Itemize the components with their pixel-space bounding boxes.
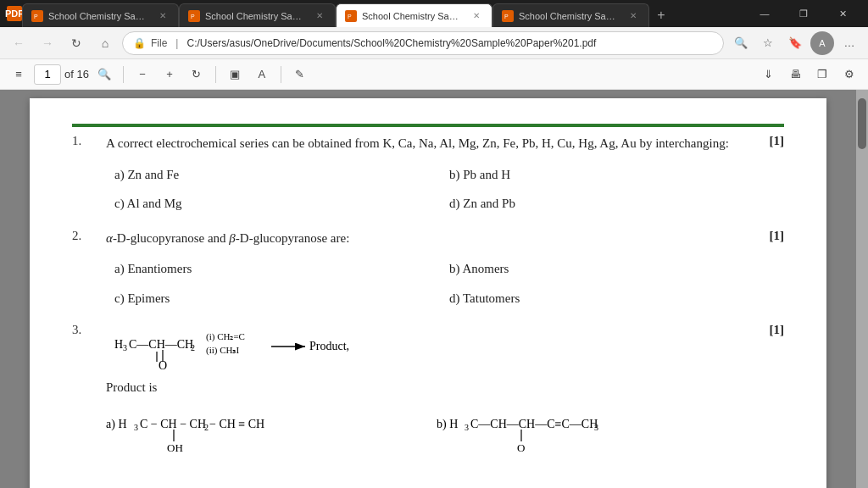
page-view-btn[interactable]: ▣: [223, 63, 247, 86]
minimize-button[interactable]: —: [746, 2, 783, 25]
question-1: 1. A correct electrochemical series can …: [72, 134, 784, 214]
tab-3-title: School Chemistry Sample Paper: [362, 11, 465, 21]
svg-text:− CH ≡ CH: − CH ≡ CH: [209, 418, 264, 430]
q3-number: 3.: [72, 323, 97, 337]
address-text: C:/Users/asus/OneDrive/Documents/School%…: [186, 37, 713, 49]
separator-2: [215, 66, 216, 83]
q2-option-d: d) Tatutomers: [449, 289, 750, 308]
tab-1-title: School Chemistry Sample Paper: [48, 11, 151, 21]
q3-marks: [1]: [759, 323, 784, 337]
svg-text:3: 3: [134, 423, 138, 432]
star-btn[interactable]: ☆: [756, 31, 780, 55]
tab-1-favicon: P: [31, 10, 43, 22]
svg-text:O: O: [517, 441, 525, 454]
svg-text:OH: OH: [167, 441, 183, 454]
tab-1[interactable]: P School Chemistry Sample Paper ✕: [22, 3, 179, 27]
q2-content: α-D-glucopyranose and β-D-glucopyranose …: [106, 229, 750, 308]
tab-4[interactable]: P School Chemistry Sample Paper ✕: [492, 3, 649, 27]
tab-2-favicon: P: [188, 10, 200, 22]
q2-number: 2.: [72, 229, 97, 308]
address-separator: |: [175, 37, 178, 49]
question-3: 3. H 3 C—CH—CH 2 O (i) CH₂=C: [72, 323, 784, 465]
svg-text:2: 2: [191, 343, 195, 352]
home-button[interactable]: ⌂: [93, 31, 117, 55]
svg-text:H: H: [114, 338, 123, 351]
svg-text:b) H: b) H: [437, 418, 458, 431]
window-controls: — ❐ ✕: [746, 2, 861, 25]
q2-text: α-D-glucopyranose and β-D-glucopyranose …: [106, 231, 349, 245]
svg-text:3: 3: [465, 423, 469, 432]
q1-option-b: b) Pb and H: [449, 165, 750, 185]
svg-text:C − CH − CH: C − CH − CH: [140, 418, 206, 430]
svg-text:a) H: a) H: [106, 418, 127, 431]
svg-text:2: 2: [204, 423, 209, 432]
scrollbar-thumb[interactable]: [858, 98, 866, 149]
forward-button[interactable]: →: [36, 31, 59, 55]
tabs-container: P School Chemistry Sample Paper ✕ P Scho…: [22, 0, 746, 27]
q1-option-a: a) Zn and Fe: [114, 165, 415, 185]
address-input[interactable]: 🔒 File | C:/Users/asus/OneDrive/Document…: [122, 31, 724, 55]
svg-text:O: O: [159, 359, 167, 369]
text-btn[interactable]: A: [250, 63, 274, 86]
pdf-container: 1. A correct electrochemical series can …: [0, 90, 868, 488]
address-actions: 🔍 ☆ 🔖 A …: [729, 31, 861, 55]
search-address-btn[interactable]: 🔍: [729, 31, 753, 55]
separator-1: [123, 66, 124, 83]
tab-3-active[interactable]: P School Chemistry Sample Paper ✕: [336, 3, 492, 27]
new-tab-button[interactable]: +: [649, 3, 673, 27]
svg-text:3: 3: [123, 343, 127, 352]
tab-3-close[interactable]: ✕: [470, 9, 483, 23]
page-info: of 16 🔍: [34, 63, 116, 86]
page-number-input[interactable]: [34, 64, 61, 85]
title-bar: PDF P School Chemistry Sample Paper ✕ P …: [0, 0, 868, 27]
pdf-toolbar: ≡ of 16 🔍 − + ↻ ▣ A ✎ ⇓ 🖶 ❐ ⚙: [0, 59, 868, 90]
address-bar: ← → ↻ ⌂ 🔒 File | C:/Users/asus/OneDrive/…: [0, 27, 868, 59]
back-button[interactable]: ←: [7, 31, 31, 55]
settings-btn[interactable]: ⚙: [837, 63, 861, 86]
svg-text:Product,: Product,: [309, 340, 349, 352]
restore-button[interactable]: ❐: [785, 2, 822, 25]
close-button[interactable]: ✕: [824, 2, 861, 25]
tab-4-title: School Chemistry Sample Paper: [519, 11, 621, 21]
pdf-page: 1. A correct electrochemical series can …: [30, 98, 826, 488]
rotate-btn[interactable]: ↻: [185, 63, 209, 86]
sidebar-toggle-button[interactable]: ≡: [7, 63, 31, 86]
tab-save-btn[interactable]: 🔖: [783, 31, 807, 55]
search-pdf-button[interactable]: 🔍: [92, 63, 116, 86]
tab-4-close[interactable]: ✕: [626, 9, 640, 23]
tab-4-favicon: P: [502, 10, 514, 22]
q1-options: a) Zn and Fe b) Pb and H c) Al and Mg d)…: [114, 165, 750, 214]
q1-content: A correct electrochemical series can be …: [106, 134, 750, 214]
tab-2-close[interactable]: ✕: [313, 9, 326, 23]
file-label: File: [151, 37, 167, 49]
print-btn[interactable]: 🖶: [783, 63, 807, 86]
svg-text:P: P: [191, 14, 195, 19]
profile-button[interactable]: A: [810, 31, 834, 55]
fullscreen-btn[interactable]: ❐: [810, 63, 834, 86]
download-btn[interactable]: ⇓: [756, 63, 780, 86]
q1-number: 1.: [72, 134, 97, 214]
tab-1-close[interactable]: ✕: [156, 9, 170, 23]
separator-3: [281, 66, 281, 83]
product-is-label: Product is: [106, 378, 750, 397]
question-2: 2. α-D-glucopyranose and β-D-glucopyrano…: [72, 229, 784, 308]
q3-option-b-svg: b) H 3 C—CH—CH—C≡C—CH 3 O: [437, 409, 657, 460]
window-icon: PDF: [7, 6, 22, 21]
scrollbar[interactable]: [856, 90, 868, 488]
page-total: of 16: [64, 68, 89, 80]
q3-options: a) H 3 C − CH − CH 2 − CH ≡ CH OH: [106, 409, 750, 466]
reaction-svg: H 3 C—CH—CH 2 O (i) CH₂=C (ii) CH₃I: [106, 323, 530, 369]
q2-marks: [1]: [759, 229, 784, 308]
svg-text:P: P: [348, 14, 352, 19]
q1-option-c: c) Al and Mg: [114, 194, 415, 214]
q1-text: A correct electrochemical series can be …: [106, 136, 729, 150]
refresh-button[interactable]: ↻: [64, 31, 88, 55]
draw-btn[interactable]: ✎: [288, 63, 312, 86]
q2-option-c: c) Epimers: [114, 289, 415, 308]
tab-2[interactable]: P School Chemistry Sample Paper ✕: [179, 3, 336, 27]
zoom-out-button[interactable]: −: [131, 63, 154, 86]
more-btn[interactable]: …: [837, 31, 861, 55]
svg-text:3: 3: [594, 423, 598, 432]
lock-icon: 🔒: [133, 37, 146, 49]
zoom-in-button[interactable]: +: [158, 63, 181, 86]
